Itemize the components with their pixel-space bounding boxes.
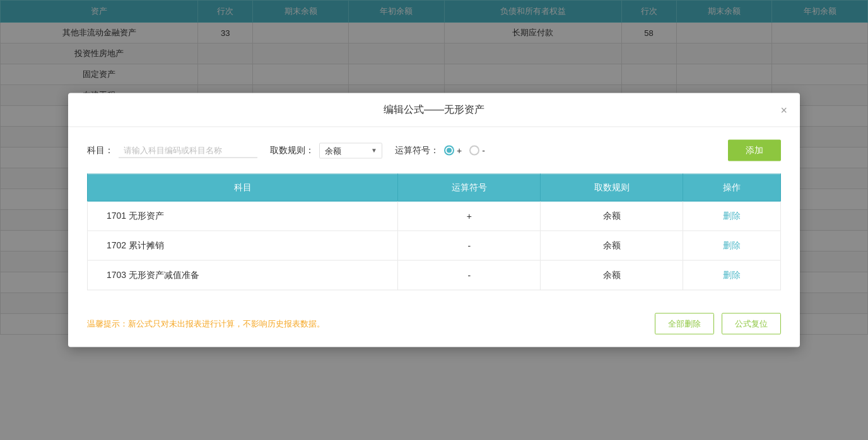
delete-all-button[interactable]: 全部删除 <box>655 313 714 335</box>
add-button[interactable]: 添加 <box>728 140 781 161</box>
th-rule: 取数规则 <box>541 174 683 201</box>
subject-label: 科目： <box>87 145 114 156</box>
form-row: 科目： 取数规则： 余额 借方 贷方 ▼ 运算符号： <box>87 140 781 161</box>
radio-plus[interactable]: + <box>444 146 462 156</box>
subject-input[interactable] <box>119 143 257 158</box>
modal-footer: 温馨提示：新公式只对未出报表进行计算，不影响历史报表数据。 全部删除 公式复位 <box>68 303 800 347</box>
formula-table-row: 1702 累计摊销-余额删除 <box>88 231 781 260</box>
radio-minus-circle <box>469 146 479 156</box>
cell-action: 删除 <box>683 231 781 260</box>
rule-select[interactable]: 余额 借方 贷方 <box>319 142 382 158</box>
radio-group: + - <box>444 146 485 156</box>
radio-minus-label: - <box>482 146 485 156</box>
subject-group: 科目： <box>87 143 257 158</box>
cell-subject: 1703 无形资产减值准备 <box>88 260 398 290</box>
footer-buttons: 全部删除 公式复位 <box>655 313 781 335</box>
th-subject: 科目 <box>88 174 398 201</box>
delete-link[interactable]: 删除 <box>723 211 741 221</box>
close-button[interactable]: × <box>780 104 787 115</box>
modal-title: 编辑公式——无形资产 <box>384 103 484 117</box>
cell-operator: + <box>398 201 541 231</box>
modal-body: 科目： 取数规则： 余额 借方 贷方 ▼ 运算符号： <box>68 127 800 303</box>
delete-link[interactable]: 删除 <box>723 270 741 280</box>
th-action: 操作 <box>683 174 781 201</box>
delete-link[interactable]: 删除 <box>723 240 741 250</box>
operator-label: 运算符号： <box>395 145 439 156</box>
rule-group: 取数规则： 余额 借方 贷方 ▼ <box>270 142 382 158</box>
modal-dialog: 编辑公式——无形资产 × 科目： 取数规则： 余额 借方 贷方 ▼ <box>68 93 800 347</box>
cell-subject: 1701 无形资产 <box>88 201 398 231</box>
table-header-row: 科目 运算符号 取数规则 操作 <box>88 174 781 201</box>
radio-minus[interactable]: - <box>469 146 485 156</box>
cell-rule: 余额 <box>541 231 683 260</box>
cell-action: 删除 <box>683 201 781 231</box>
radio-plus-circle <box>444 146 454 156</box>
cell-operator: - <box>398 231 541 260</box>
footer-tip: 温馨提示：新公式只对未出报表进行计算，不影响历史报表数据。 <box>87 318 325 330</box>
rule-select-wrapper: 余额 借方 贷方 ▼ <box>319 142 382 158</box>
cell-rule: 余额 <box>541 201 683 231</box>
formula-table-row: 1701 无形资产+余额删除 <box>88 201 781 231</box>
th-operator: 运算符号 <box>398 174 541 201</box>
operator-group: 运算符号： + - <box>395 145 485 156</box>
formula-table: 科目 运算符号 取数规则 操作 1701 无形资产+余额删除1702 累计摊销-… <box>87 174 781 291</box>
radio-plus-label: + <box>457 146 462 156</box>
modal-header: 编辑公式——无形资产 × <box>68 93 800 127</box>
cell-action: 删除 <box>683 260 781 290</box>
rule-label: 取数规则： <box>270 145 314 156</box>
cell-subject: 1702 累计摊销 <box>88 231 398 260</box>
reset-formula-button[interactable]: 公式复位 <box>722 313 781 335</box>
formula-table-row: 1703 无形资产减值准备-余额删除 <box>88 260 781 290</box>
cell-rule: 余额 <box>541 260 683 290</box>
cell-operator: - <box>398 260 541 290</box>
